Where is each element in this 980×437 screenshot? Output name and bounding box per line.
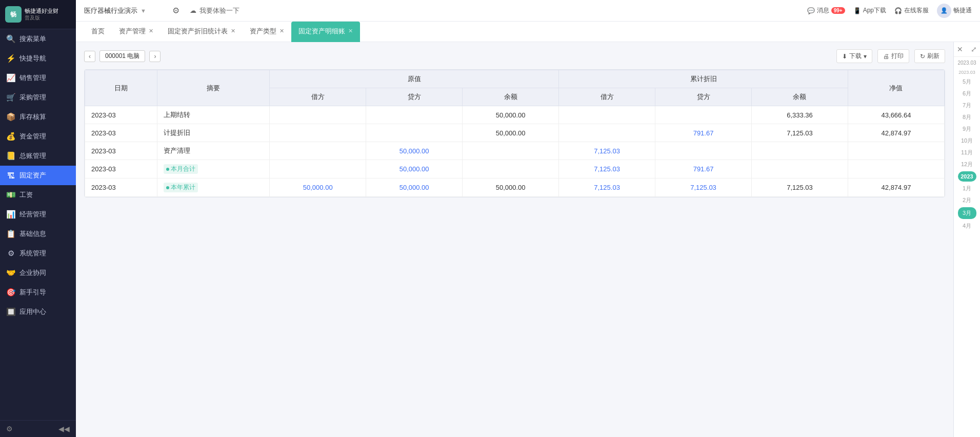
timeline-month-11[interactable]: 11月 bbox=[954, 147, 980, 158]
sidebar-item-quick-nav[interactable]: ⚡ 快捷导航 bbox=[0, 49, 76, 68]
guide-icon: 🎯 bbox=[6, 288, 15, 297]
timeline-month-4[interactable]: 4月 bbox=[954, 220, 980, 232]
sidebar-item-label: 库存核算 bbox=[19, 112, 46, 122]
cell-acc-credit bbox=[655, 106, 752, 124]
sidebar-item-inventory[interactable]: 📦 库存核算 bbox=[0, 107, 76, 127]
cell-acc-balance: 6,333.36 bbox=[752, 106, 848, 124]
sidebar-nav: 🔍 搜索菜单 ⚡ 快捷导航 📈 销售管理 🛒 采购管理 📦 库存核算 💰 资金管… bbox=[0, 29, 76, 420]
sidebar-item-ledger[interactable]: 📒 总账管理 bbox=[0, 146, 76, 166]
sidebar-item-label: 基础信息 bbox=[19, 229, 46, 239]
table-row: 2023-03 本月合计 50,000.00 7,125.03 791.67 bbox=[85, 160, 945, 178]
cell-date: 2023-03 bbox=[85, 124, 157, 142]
timeline-year-current[interactable]: 2023 bbox=[958, 171, 976, 182]
sidebar-item-purchase[interactable]: 🛒 采购管理 bbox=[0, 88, 76, 107]
right-panel: ✕ ⤢ 2023.03 2023.03 5月 6月 7月 8月 9月 10月 1… bbox=[953, 42, 980, 437]
tab-asset-detail-label: 固定资产明细账 bbox=[298, 27, 345, 36]
timeline-month-7[interactable]: 7月 bbox=[954, 100, 980, 111]
timeline-month-8[interactable]: 8月 bbox=[954, 111, 980, 123]
sidebar-item-app-center[interactable]: 🔲 应用中心 bbox=[0, 302, 76, 322]
experience-label: 我要体验一下 bbox=[199, 6, 239, 15]
tab-depreciation-label: 固定资产折旧统计表 bbox=[168, 27, 228, 36]
user-profile[interactable]: 👤 畅捷通 bbox=[937, 4, 972, 18]
prev-asset-btn[interactable]: ‹ bbox=[84, 51, 95, 62]
timeline-month-3-active[interactable]: 3月 bbox=[958, 207, 976, 219]
panel-close-icon[interactable]: ✕ bbox=[957, 45, 963, 53]
timeline-month-12[interactable]: 12月 bbox=[954, 158, 980, 170]
sidebar: 畅 畅捷通好业财 普及版 🔍 搜索菜单 ⚡ 快捷导航 📈 销售管理 🛒 采购管理… bbox=[0, 0, 76, 437]
cell-summary: 本月合计 bbox=[157, 160, 269, 178]
print-btn[interactable]: 🖨 打印 bbox=[877, 49, 909, 63]
tab-close-icon[interactable]: ✕ bbox=[231, 28, 235, 34]
sidebar-item-fixed-assets[interactable]: 🏗 固定资产 bbox=[0, 166, 76, 185]
sidebar-item-business[interactable]: 📊 经营管理 bbox=[0, 205, 76, 224]
cell-orig-balance bbox=[463, 142, 559, 160]
timeline-month-1[interactable]: 1月 bbox=[954, 183, 980, 194]
message-icon: 💬 bbox=[807, 7, 815, 14]
toolbar-row: ‹ 000001 电脑 › ⬇ 下载 ▾ 🖨 打印 bbox=[84, 49, 945, 63]
company-selector[interactable]: 医疗器械行业演示 ▼ bbox=[84, 6, 166, 15]
cell-summary: 上期结转 bbox=[157, 106, 269, 124]
sidebar-item-guide[interactable]: 🎯 新手引导 bbox=[0, 283, 76, 302]
tab-home[interactable]: 首页 bbox=[84, 22, 112, 42]
inventory-icon: 📦 bbox=[6, 112, 15, 122]
logo-name: 畅捷通好业财 bbox=[25, 7, 58, 14]
cell-orig-balance: 50,000.00 bbox=[463, 106, 559, 124]
summary-text: 资产清理 bbox=[164, 147, 190, 154]
collapse-icon[interactable]: ◀◀ bbox=[58, 425, 70, 433]
tab-bar: 首页 资产管理 ✕ 固定资产折旧统计表 ✕ 资产类型 ✕ 固定资产明细账 ✕ bbox=[76, 22, 980, 42]
app-download-btn[interactable]: 📱 App下载 bbox=[853, 6, 886, 15]
fixed-assets-icon: 🏗 bbox=[6, 171, 15, 180]
service-icon: 🎧 bbox=[894, 7, 902, 14]
cell-net-value: 43,666.64 bbox=[848, 106, 944, 124]
cell-orig-debit bbox=[270, 160, 366, 178]
cell-orig-balance: 50,000.00 bbox=[463, 124, 559, 142]
table-row: 2023-03 本年累计 50,000.00 50,000.00 50,000.… bbox=[85, 178, 945, 197]
timeline-month-6[interactable]: 6月 bbox=[954, 88, 980, 100]
sidebar-item-salary[interactable]: 💵 工资 bbox=[0, 185, 76, 205]
tab-asset-mgmt[interactable]: 资产管理 ✕ bbox=[112, 22, 161, 42]
tab-close-icon[interactable]: ✕ bbox=[348, 28, 353, 34]
row-badge: 本年累计 bbox=[164, 183, 198, 192]
download-btn[interactable]: ⬇ 下载 ▾ bbox=[836, 49, 872, 63]
sidebar-item-cooperation[interactable]: 🤝 企业协同 bbox=[0, 263, 76, 283]
next-asset-btn[interactable]: › bbox=[149, 51, 161, 62]
timeline-month-10[interactable]: 10月 bbox=[954, 135, 980, 147]
download-icon: ⬇ bbox=[842, 53, 847, 60]
timeline-month-9[interactable]: 9月 bbox=[954, 123, 980, 135]
salary-icon: 💵 bbox=[6, 190, 15, 200]
logo-icon: 畅 bbox=[5, 6, 22, 23]
refresh-btn[interactable]: ↻ 刷新 bbox=[914, 49, 945, 63]
refresh-icon: ↻ bbox=[920, 53, 925, 60]
sidebar-item-sales[interactable]: 📈 销售管理 bbox=[0, 68, 76, 88]
sidebar-item-label: 工资 bbox=[19, 190, 33, 200]
tab-close-icon[interactable]: ✕ bbox=[149, 28, 153, 34]
sidebar-item-basic-info[interactable]: 📋 基础信息 bbox=[0, 224, 76, 244]
tab-asset-detail[interactable]: 固定资产明细账 ✕ bbox=[291, 22, 360, 42]
col-orig-balance: 余额 bbox=[463, 88, 559, 106]
main-content: ‹ 000001 电脑 › ⬇ 下载 ▾ 🖨 打印 bbox=[76, 42, 953, 437]
sidebar-footer: ⚙ ◀◀ bbox=[0, 420, 76, 437]
sidebar-logo: 畅 畅捷通好业财 普及版 bbox=[0, 0, 76, 29]
experience-btn[interactable]: ☁ 我要体验一下 bbox=[190, 6, 239, 15]
logo-text-block: 畅捷通好业财 普及版 bbox=[25, 7, 58, 22]
settings-icon[interactable]: ⚙ bbox=[172, 6, 179, 15]
asset-nav: ‹ 000001 电脑 › bbox=[84, 50, 161, 62]
col-net-value: 净值 bbox=[848, 70, 944, 106]
tab-asset-type[interactable]: 资产类型 ✕ bbox=[243, 22, 291, 42]
timeline-month-2[interactable]: 2月 bbox=[954, 194, 980, 206]
tab-depreciation-stat[interactable]: 固定资产折旧统计表 ✕ bbox=[161, 22, 243, 42]
settings-footer-icon[interactable]: ⚙ bbox=[6, 425, 13, 433]
sidebar-item-label: 搜索菜单 bbox=[19, 34, 46, 44]
panel-expand-icon[interactable]: ⤢ bbox=[971, 45, 977, 53]
col-acc-balance: 余额 bbox=[752, 88, 848, 106]
cell-acc-balance bbox=[752, 142, 848, 160]
col-orig-credit: 贷方 bbox=[366, 88, 463, 106]
sidebar-item-capital[interactable]: 💰 资金管理 bbox=[0, 127, 76, 146]
tab-close-icon[interactable]: ✕ bbox=[279, 28, 284, 34]
company-chevron-icon: ▼ bbox=[141, 8, 146, 14]
timeline-month-5[interactable]: 5月 bbox=[954, 76, 980, 88]
message-btn[interactable]: 💬 消息 99+ bbox=[807, 6, 845, 15]
sidebar-item-search[interactable]: 🔍 搜索菜单 bbox=[0, 29, 76, 49]
service-btn[interactable]: 🎧 在线客服 bbox=[894, 6, 929, 15]
sidebar-item-system[interactable]: ⚙ 系统管理 bbox=[0, 244, 76, 263]
